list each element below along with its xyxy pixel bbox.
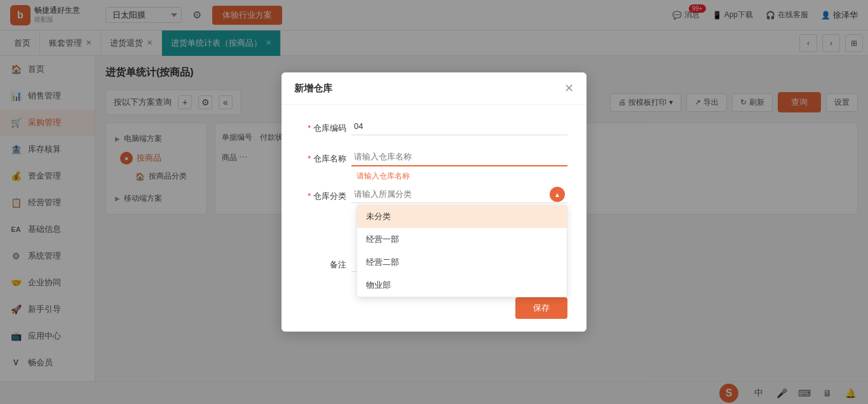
dialog-footer: 保存: [281, 297, 587, 319]
category-select-wrap: ▲: [351, 185, 567, 203]
dropdown-item-3[interactable]: 物业部: [357, 274, 567, 297]
dialog-body: 仓库编码 仓库名称 请输入仓库名称 仓库分类 ▲ 未分类 经营一部: [281, 105, 587, 297]
note-label: 备注: [301, 254, 351, 271]
save-button[interactable]: 保存: [515, 297, 567, 319]
category-dropdown-arrow[interactable]: ▲: [550, 187, 565, 202]
dialog-title: 新增仓库: [294, 83, 332, 95]
dialog-header: 新增仓库 ✕: [281, 72, 587, 105]
name-error-msg: 请输入仓库名称: [356, 171, 410, 182]
category-input[interactable]: [351, 185, 567, 203]
name-input[interactable]: [351, 148, 567, 166]
name-label: 仓库名称: [301, 148, 351, 165]
code-label: 仓库编码: [301, 118, 351, 134]
category-dropdown: 未分类 经营一部 经营二部 物业部: [356, 205, 567, 297]
dialog-close-button[interactable]: ✕: [564, 81, 574, 95]
form-row-name: 仓库名称 请输入仓库名称: [301, 148, 567, 166]
dropdown-item-2[interactable]: 经营二部: [357, 251, 567, 274]
dropdown-item-0[interactable]: 未分类: [357, 205, 567, 228]
add-warehouse-dialog: 新增仓库 ✕ 仓库编码 仓库名称 请输入仓库名称 仓库分类 ▲: [281, 72, 587, 332]
form-row-category: 仓库分类 ▲ 未分类 经营一部 经营二部 物业部: [301, 185, 567, 203]
code-input[interactable]: [351, 118, 567, 135]
form-row-code: 仓库编码: [301, 118, 567, 135]
dropdown-item-1[interactable]: 经营一部: [357, 228, 567, 251]
modal-overlay[interactable]: 新增仓库 ✕ 仓库编码 仓库名称 请输入仓库名称 仓库分类 ▲: [0, 0, 868, 404]
category-label: 仓库分类: [301, 185, 351, 202]
